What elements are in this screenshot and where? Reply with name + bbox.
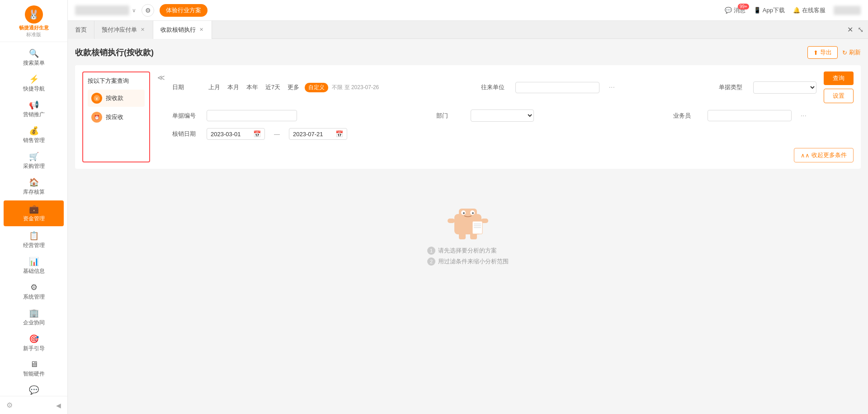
tab-writeoff-label: 收款核销执行 — [160, 26, 196, 34]
search-icon: 🔍 — [29, 48, 39, 58]
date-7days[interactable]: 近7天 — [264, 82, 282, 92]
header-chevron-icon[interactable]: ∨ — [132, 7, 136, 14]
main-content: ∨ ⚙ 体验行业方案 💬 消息 99+ 📱 App下载 🔔 在线客服 首 — [68, 0, 868, 414]
sidebar-logo: 🐰 畅捷通好生意 标准版 — [0, 0, 67, 42]
calendar-start-icon[interactable]: 📅 — [253, 130, 261, 138]
app-download-label: App下载 — [763, 6, 785, 14]
header-gear-button[interactable]: ⚙ — [142, 4, 154, 17]
filter-option-by-payable[interactable]: ⏰ 按应收 — [88, 109, 145, 126]
app-download-button[interactable]: 📱 App下载 — [754, 6, 785, 14]
date-this-month[interactable]: 本月 — [226, 82, 241, 92]
sidebar-item-finance[interactable]: 💼 资金管理 — [4, 200, 64, 226]
collapse-more-button[interactable]: ∧∧ 收起更多条件 — [794, 148, 854, 162]
counterparty-picker-icon[interactable]: ··· — [607, 83, 616, 91]
tab-close-all-icon[interactable]: ✕ — [847, 25, 853, 34]
svg-text:¥: ¥ — [95, 96, 98, 101]
sidebar-item-guide[interactable]: 🎯 新手引导 — [0, 330, 67, 356]
system-icon: ⚙ — [30, 282, 38, 292]
salesperson-input[interactable] — [708, 110, 792, 121]
filter-row-2: 单据编号 部门 业务员 ··· — [172, 109, 854, 122]
filter-receipt-icon: ¥ — [91, 93, 102, 104]
sidebar-item-label: 企业协同 — [23, 319, 45, 327]
service-button[interactable]: 🔔 在线客服 — [793, 6, 826, 14]
app-download-icon: 📱 — [754, 7, 761, 14]
sidebar-item-purchase[interactable]: 🛒 采购管理 — [0, 148, 67, 174]
header-right: 💬 消息 99+ 📱 App下载 🔔 在线客服 — [725, 6, 861, 15]
trial-button[interactable]: 体验行业方案 — [160, 4, 208, 17]
sidebar-item-inventory[interactable]: 🏠 库存核算 — [0, 174, 67, 200]
date-this-year[interactable]: 本年 — [245, 82, 260, 92]
tab-expand-icon[interactable]: ⤡ — [858, 25, 863, 34]
sidebar-item-basic[interactable]: 📊 基础信息 — [0, 253, 67, 279]
collapse-chevron-icon: ∧∧ — [801, 152, 810, 159]
filter-sidebar-title: 按以下方案查询 — [88, 77, 145, 85]
sidebar-collapse-icon[interactable]: ◀ — [56, 402, 61, 409]
marketing-icon: 📢 — [29, 100, 39, 110]
query-button[interactable]: 查询 — [824, 71, 854, 85]
tab-bar: 首页 预付冲应付单 ✕ 收款核销执行 ✕ ✕ ⤡ — [68, 21, 868, 39]
sidebar-item-label: 快捷导航 — [23, 85, 45, 93]
quick-icon: ⚡ — [29, 74, 39, 84]
date-last-month[interactable]: 上月 — [207, 82, 222, 92]
filter-option-by-receipt[interactable]: ¥ 按收款 — [88, 90, 145, 107]
sidebar-item-wechat[interactable]: 💬 企业微信 — [0, 381, 67, 396]
writeoff-date-end-input[interactable] — [293, 131, 334, 138]
department-select[interactable] — [471, 109, 534, 122]
collapse-more-label: 收起更多条件 — [811, 151, 847, 159]
setting-button[interactable]: 设置 — [824, 89, 854, 103]
inventory-icon: 🏠 — [29, 177, 39, 187]
tip-num-2: 2 — [427, 257, 435, 266]
calendar-end-icon[interactable]: 📅 — [335, 130, 343, 138]
filter-collapse-button[interactable]: ≪ — [156, 71, 167, 84]
date-more[interactable]: 更多 — [286, 82, 301, 92]
sidebar-item-enterprise[interactable]: 🏢 企业协同 — [0, 305, 67, 330]
sidebar-item-label: 经营管理 — [23, 242, 45, 249]
sidebar-settings-icon[interactable]: ⚙ — [6, 401, 13, 409]
date-separator: — — [274, 131, 280, 138]
header-username — [834, 6, 861, 15]
sidebar-item-label: 新手引导 — [23, 345, 45, 352]
guide-icon: 🎯 — [29, 334, 39, 344]
order-no-label: 单据编号 — [172, 112, 199, 120]
date-custom[interactable]: 自定义 — [305, 83, 328, 92]
refresh-button[interactable]: ↻ 刷新 — [842, 46, 861, 59]
sidebar-item-label: 库存核算 — [23, 188, 45, 196]
tip-text-2: 用过滤条件来缩小分析范围 — [438, 257, 509, 266]
tab-prepay-close[interactable]: ✕ — [140, 27, 146, 33]
sidebar-item-hardware[interactable]: 🖥 智能硬件 — [0, 356, 67, 381]
filter-row-3: 核销日期 📅 — 📅 — [172, 128, 854, 140]
sidebar-item-quick[interactable]: ⚡ 快捷导航 — [0, 71, 67, 96]
wechat-icon: 💬 — [29, 385, 39, 395]
sidebar-item-ops[interactable]: 📋 经营管理 — [0, 227, 67, 253]
basic-icon: 📊 — [29, 257, 39, 266]
sidebar-item-label: 基础信息 — [23, 267, 45, 275]
writeoff-date-start-input[interactable] — [211, 131, 251, 138]
tab-prepay[interactable]: 预付冲应付单 ✕ — [94, 21, 153, 39]
message-button[interactable]: 💬 消息 99+ — [725, 6, 745, 14]
page-actions: ⬆ 导出 ↻ 刷新 — [807, 46, 861, 59]
tab-writeoff-close[interactable]: ✕ — [198, 27, 204, 33]
sidebar-item-sales[interactable]: 💰 销售管理 — [0, 122, 67, 148]
salesperson-picker-icon[interactable]: ··· — [799, 112, 808, 120]
sidebar-item-label: 营销推广 — [23, 111, 45, 119]
writeoff-date-label: 核销日期 — [172, 130, 199, 138]
tab-writeoff[interactable]: 收款核销执行 ✕ — [153, 21, 212, 39]
refresh-icon: ↻ — [842, 49, 847, 56]
svg-point-6 — [463, 212, 465, 214]
sidebar-item-system[interactable]: ⚙ 系统管理 — [0, 279, 67, 305]
order-no-input[interactable] — [207, 110, 297, 121]
export-label: 导出 — [820, 48, 832, 57]
tab-bar-actions: ✕ ⤡ — [843, 25, 868, 34]
top-header: ∨ ⚙ 体验行业方案 💬 消息 99+ 📱 App下载 🔔 在线客服 — [68, 0, 868, 21]
tab-home[interactable]: 首页 — [68, 21, 94, 39]
service-icon: 🔔 — [793, 7, 800, 14]
export-button[interactable]: ⬆ 导出 — [807, 46, 838, 59]
message-icon: 💬 — [725, 7, 732, 14]
doc-type-select[interactable] — [753, 81, 816, 94]
sidebar-item-label: 采购管理 — [23, 162, 45, 170]
writeoff-date-start-group: 📅 — [207, 128, 265, 140]
sidebar-item-marketing[interactable]: 📢 营销推广 — [0, 96, 67, 122]
sidebar-item-search[interactable]: 🔍 搜索菜单 — [0, 45, 67, 71]
svg-point-7 — [472, 212, 474, 214]
counterparty-input[interactable] — [515, 82, 599, 93]
